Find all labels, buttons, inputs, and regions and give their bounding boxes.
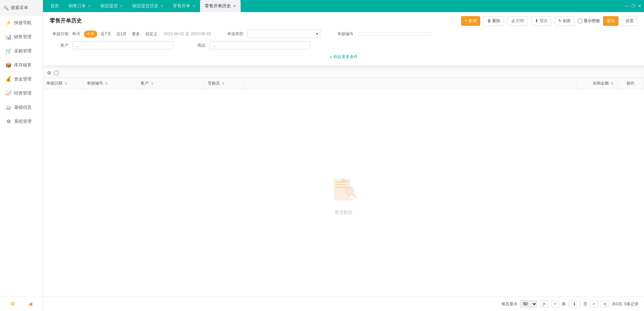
sidebar-label-purchase-mgmt: 采购管理 — [14, 48, 32, 54]
sidebar-item-purchase-mgmt[interactable]: 🛒 采购管理 — [0, 44, 43, 58]
th-guide[interactable]: 导购员 ⇅ — [204, 78, 244, 89]
table-header: 单据日期 ⇅ 单据编号 ⇅ 客户 ⇅ 导购员 ⇅ — [43, 78, 644, 89]
per-page-select[interactable]: 50 100 200 — [520, 300, 537, 308]
date-opt-5[interactable]: 自定义 — [143, 31, 159, 38]
tab-close-retail-open-history[interactable]: ✕ — [233, 4, 236, 8]
first-page-btn[interactable]: |< — [540, 301, 549, 307]
filter-area: 单据日期 昨天今天近7天近1月更多自定义 2023-06-02 至 2023-0… — [50, 30, 637, 65]
tab-close-sales-order[interactable]: ✕ — [88, 4, 91, 8]
customer-filter-label: 客户 — [50, 43, 68, 48]
next-page-btn[interactable]: > — [590, 301, 598, 307]
tab-sales-return-history[interactable]: 销货退货历史✕ — [128, 0, 168, 12]
tab-home[interactable]: 首页 — [46, 0, 64, 12]
print-button[interactable]: 🖨 打印 — [507, 16, 528, 26]
footer-collapse-icon[interactable]: ◀ — [28, 301, 32, 307]
sidebar-item-sales-mgmt[interactable]: 📊 销售管理 — [0, 30, 43, 44]
display-detail-checkbox[interactable] — [578, 19, 582, 23]
date-opt-4[interactable]: 更多 — [130, 31, 142, 38]
date-opt-1[interactable]: 今天 — [84, 31, 97, 38]
sidebar-item-inventory[interactable]: 📦 库存核算 — [0, 58, 43, 72]
tab-retail-open-history[interactable]: 零售开单历史✕ — [200, 0, 241, 12]
tab-label-retail-open-history: 零售开单历史 — [205, 3, 231, 9]
table-container: ⚙ 单据日期 ⇅ 单据编号 ⇅ 客户 — [43, 68, 644, 311]
sidebar-label-inventory: 库存核算 — [14, 62, 32, 68]
customer-filter-select[interactable]: ... — [72, 41, 173, 49]
table-settings-icon[interactable]: ⚙ — [47, 70, 51, 75]
th-amount-label: 实销金额 — [593, 81, 609, 86]
tab-retail-open[interactable]: 零售开单✕ — [168, 0, 200, 12]
pagination: 每页显示 50 100 200 |< < 第 页 > >| 共0页, 0条记录 — [43, 297, 644, 311]
type-filter-label: 单据类型 — [225, 31, 243, 37]
sidebar-item-system-mgmt[interactable]: ⚙ 系统管理 — [0, 114, 43, 128]
per-page-label: 每页显示 — [501, 301, 517, 307]
table-toolbar: ⚙ — [43, 68, 644, 78]
export-button[interactable]: ⬆ 导出 — [531, 16, 551, 26]
empty-illustration — [327, 170, 360, 204]
settings-button[interactable]: 设置 — [622, 16, 637, 26]
sidebar-item-finance[interactable]: 💰 资金管理 — [0, 72, 43, 86]
sidebar-icon-inventory: 📦 — [5, 62, 11, 68]
minimize-btn[interactable]: — — [625, 4, 629, 8]
close-btn[interactable]: ✕ — [638, 4, 641, 8]
empty-text: 暂无数据 — [335, 209, 352, 215]
page-title: 零售开单历史 — [50, 17, 82, 24]
select-all-checkbox[interactable] — [54, 71, 58, 75]
tab-sales-return[interactable]: 销货退货✕ — [96, 0, 128, 12]
sort-guide-icon: ⇅ — [222, 82, 225, 85]
sidebar-item-basic-info[interactable]: 🗂 基础信息 — [0, 100, 43, 114]
th-extra — [244, 78, 577, 89]
svg-line-7 — [353, 195, 356, 197]
date-filter-label: 单据日期 — [50, 31, 68, 37]
th-amount[interactable]: 实销金额 ⇅ — [577, 78, 617, 89]
svg-rect-3 — [335, 184, 345, 185]
th-action-label: 操作 — [627, 81, 635, 86]
sidebar-footer: ⚙ ◀ — [0, 296, 43, 311]
sidebar-label-quick-nav: 快捷导航 — [14, 20, 32, 26]
th-date[interactable]: 单据日期 ⇅ — [43, 78, 83, 89]
sort-customer-icon: ⇅ — [151, 82, 153, 85]
date-opt-0[interactable]: 昨天 — [70, 31, 83, 38]
collapse-more-btn[interactable]: ∧ 收起更多条件 — [50, 53, 637, 61]
page-header: 零售开单历史 + 新增 🗑 删除 🖨 打印 ⬆ 导出 ↻ 刷新 显示明细 查询 … — [43, 12, 644, 65]
tab-label-retail-open: 零售开单 — [173, 3, 190, 9]
search-icon: 🔍 — [3, 5, 9, 10]
tab-close-sales-return[interactable]: ✕ — [120, 4, 123, 8]
delete-button[interactable]: 🗑 删除 — [484, 16, 504, 26]
page-input[interactable] — [568, 301, 581, 307]
toolbar: + 新增 🗑 删除 🖨 打印 ⬆ 导出 ↻ 刷新 显示明细 查询 设置 — [461, 16, 637, 26]
sidebar-item-quick-nav[interactable]: ⚡ 快捷导航 — [0, 16, 43, 30]
refresh-button[interactable]: ↻ 刷新 — [555, 16, 575, 26]
date-opt-3[interactable]: 近1月 — [114, 31, 129, 38]
footer-settings-icon[interactable]: ⚙ — [10, 301, 15, 307]
sort-date-icon: ⇅ — [64, 82, 67, 85]
tab-label-sales-order: 销售订单 — [68, 3, 86, 9]
prev-page-btn[interactable]: < — [551, 301, 559, 307]
svg-point-8 — [342, 178, 346, 183]
content-area: 零售开单历史 + 新增 🗑 删除 🖨 打印 ⬆ 导出 ↻ 刷新 显示明细 查询 … — [43, 12, 644, 311]
query-button[interactable]: 查询 — [603, 16, 618, 26]
th-date-label: 单据日期 — [46, 81, 62, 86]
sidebar-label-system-mgmt: 系统管理 — [14, 118, 32, 124]
page-suffix: 页 — [583, 301, 587, 307]
tab-sales-order[interactable]: 销售订单✕ — [64, 0, 96, 12]
product-filter-select[interactable]: ... — [209, 41, 310, 49]
num-filter-input[interactable] — [357, 32, 431, 36]
date-range-text: 2023-06-02 至 2023-06-02 — [163, 31, 211, 37]
last-page-btn[interactable]: >| — [600, 301, 609, 307]
sidebar-search[interactable]: 🔍 搜索采单 — [0, 0, 43, 16]
sidebar-label-basic-info: 基础信息 — [14, 104, 32, 110]
tab-close-retail-open[interactable]: ✕ — [192, 4, 195, 8]
th-customer-label: 客户 — [141, 81, 149, 86]
date-opt-2[interactable]: 近7天 — [99, 31, 113, 38]
th-num[interactable]: 单据编号 ⇅ — [83, 78, 137, 89]
num-filter-label: 单据编号 — [335, 31, 353, 37]
sort-amount-icon: ⇅ — [611, 82, 613, 85]
add-button[interactable]: + 新增 — [461, 16, 480, 26]
sidebar-label-finance: 资金管理 — [14, 76, 32, 82]
tab-close-sales-return-history[interactable]: ✕ — [160, 4, 163, 8]
sidebar-item-operations[interactable]: 📈 经营管理 — [0, 86, 43, 100]
restore-btn[interactable]: ❐ — [632, 4, 635, 8]
type-filter-select[interactable]: ▾ — [247, 30, 321, 38]
th-customer[interactable]: 客户 ⇅ — [137, 78, 204, 89]
display-detail-label[interactable]: 显示明细 — [578, 18, 600, 24]
